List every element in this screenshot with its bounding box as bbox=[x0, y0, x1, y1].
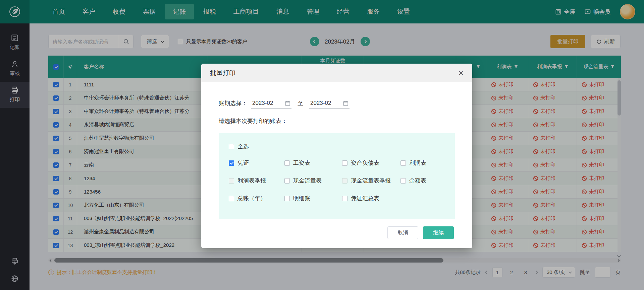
calendar-icon bbox=[285, 100, 290, 106]
dialog-title: 批量打印 bbox=[210, 69, 235, 77]
report-option-label: 余额表 bbox=[409, 177, 426, 185]
report-option[interactable]: 总账（年） bbox=[229, 195, 284, 202]
report-option-checkbox[interactable] bbox=[400, 160, 406, 166]
batch-print-dialog: 批量打印 × 账期选择： 2023-02 至 2023-02 请选择本次要打印的… bbox=[201, 64, 472, 248]
report-option[interactable]: 现金流量表 bbox=[284, 177, 342, 185]
report-option-checkbox[interactable] bbox=[229, 178, 234, 184]
report-option-label: 现金流量表 bbox=[293, 177, 322, 185]
report-option-checkbox[interactable] bbox=[229, 160, 234, 166]
report-option[interactable]: 利润表 bbox=[400, 159, 445, 167]
report-option-label: 凭证 bbox=[237, 159, 249, 167]
report-option-label: 资产负债表 bbox=[351, 159, 379, 167]
report-option[interactable]: 凭证汇总表 bbox=[342, 195, 400, 202]
report-option-checkbox[interactable] bbox=[229, 196, 234, 201]
period-to-value: 2023-02 bbox=[310, 100, 331, 106]
report-option-label: 明细账 bbox=[293, 195, 310, 202]
cancel-button[interactable]: 取消 bbox=[387, 226, 418, 239]
period-to-input[interactable]: 2023-02 bbox=[309, 98, 350, 108]
report-options-grid: 凭证工资表资产负债表利润表利润表季报现金流量表现金流量表季报余额表总账（年）明细… bbox=[229, 159, 445, 202]
report-option-label: 工资表 bbox=[293, 159, 310, 167]
report-option[interactable]: 利润表季报 bbox=[229, 177, 284, 185]
report-option-checkbox[interactable] bbox=[284, 196, 290, 201]
close-icon[interactable]: × bbox=[459, 69, 464, 77]
dialog-header: 批量打印 × bbox=[201, 64, 472, 82]
report-option-checkbox[interactable] bbox=[342, 178, 347, 184]
report-options-panel: 全选 凭证工资表资产负债表利润表利润表季报现金流量表现金流量表季报余额表总账（年… bbox=[219, 133, 455, 219]
dialog-footer: 取消 继续 bbox=[387, 226, 454, 239]
report-option-checkbox[interactable] bbox=[342, 196, 347, 201]
period-from-value: 2023-02 bbox=[252, 100, 273, 106]
report-option-checkbox[interactable] bbox=[284, 160, 290, 166]
period-select-label: 账期选择： bbox=[219, 99, 247, 107]
report-option-label: 总账（年） bbox=[237, 195, 266, 202]
report-option[interactable]: 资产负债表 bbox=[342, 159, 400, 167]
dialog-body: 账期选择： 2023-02 至 2023-02 请选择本次要打印的账表： 全选 … bbox=[201, 82, 472, 219]
to-label: 至 bbox=[298, 99, 303, 107]
report-option-checkbox[interactable] bbox=[400, 178, 406, 184]
report-option[interactable]: 凭证 bbox=[229, 159, 284, 167]
calendar-icon bbox=[343, 100, 348, 106]
report-option-checkbox[interactable] bbox=[284, 178, 290, 184]
report-option-checkbox[interactable] bbox=[342, 160, 347, 166]
report-option[interactable]: 现金流量表季报 bbox=[342, 177, 400, 185]
report-option[interactable]: 工资表 bbox=[284, 159, 342, 167]
period-row: 账期选择： 2023-02 至 2023-02 bbox=[219, 98, 455, 108]
report-option[interactable]: 余额表 bbox=[400, 177, 445, 185]
select-all-label: 全选 bbox=[237, 143, 249, 150]
report-option-label: 凭证汇总表 bbox=[351, 195, 379, 202]
report-option-label: 利润表季报 bbox=[237, 177, 266, 185]
report-option-label: 利润表 bbox=[409, 159, 426, 167]
report-option-label: 现金流量表季报 bbox=[351, 177, 391, 185]
continue-button[interactable]: 继续 bbox=[423, 226, 454, 239]
select-reports-label: 请选择本次要打印的账表： bbox=[219, 117, 455, 125]
select-all-checkbox[interactable] bbox=[229, 144, 234, 149]
select-all-option[interactable]: 全选 bbox=[229, 143, 445, 150]
report-option[interactable]: 明细账 bbox=[284, 195, 342, 202]
period-from-input[interactable]: 2023-02 bbox=[251, 98, 291, 108]
